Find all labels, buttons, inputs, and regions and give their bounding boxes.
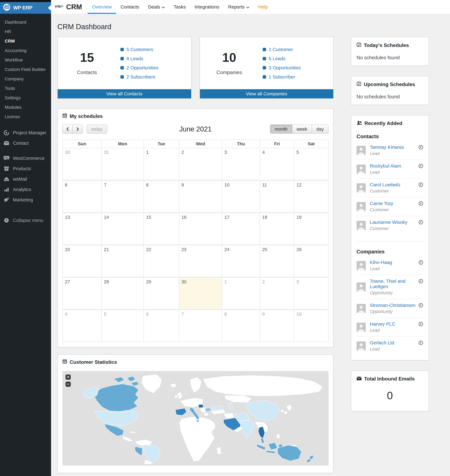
calendar-day-cell[interactable]: 5 <box>101 309 144 342</box>
calendar-day-cell[interactable]: 19 <box>294 213 328 245</box>
calendar-day-cell[interactable]: 1 <box>222 277 260 309</box>
country-philippines <box>276 434 280 439</box>
contact-name-link[interactable]: Carrie Torp <box>370 201 393 206</box>
calendar-day-cell[interactable]: 10 <box>222 180 260 213</box>
calendar-day-cell[interactable]: 13 <box>63 213 101 245</box>
calendar-today-cell[interactable]: 30 <box>179 277 222 309</box>
calendar-day-cell[interactable]: 4 <box>63 309 101 342</box>
contact-name-link[interactable]: Carol Lueilwitz <box>370 182 401 187</box>
company-name-link[interactable]: Gerlach Ltd <box>370 340 394 345</box>
sidebar-item-settings[interactable]: Settings <box>0 93 51 103</box>
tab-overview[interactable]: Overview <box>88 0 116 14</box>
legend-customers-link[interactable]: 1 Customer <box>263 47 333 52</box>
sidebar-item-analytics[interactable]: Analytics <box>0 184 51 195</box>
calendar-day-cell[interactable]: 16 <box>179 213 222 245</box>
contact-name-link[interactable]: Rockybul Alam <box>370 163 401 169</box>
calendar-day-cell[interactable]: 6 <box>144 309 179 342</box>
calendar-day-cell[interactable]: 23 <box>179 245 222 277</box>
calendar-day-cell[interactable]: 15 <box>144 213 179 245</box>
legend-leads-link[interactable]: 6 Leads <box>120 56 191 61</box>
legend-customers-link[interactable]: 5 Customers <box>120 47 191 52</box>
calendar-day-cell[interactable]: 26 <box>294 245 328 277</box>
calendar-day-cell[interactable]: 29 <box>144 277 179 309</box>
tab-tasks[interactable]: Tasks <box>169 0 190 14</box>
calendar-day-cell[interactable]: 7 <box>101 180 144 213</box>
sidebar-item-accounting[interactable]: Accounting <box>0 46 51 55</box>
calendar-next-button[interactable] <box>72 125 83 134</box>
calendar-day-cell[interactable]: 30 <box>63 148 101 180</box>
company-name-link[interactable]: Towne, Thiel and Luettgen <box>370 279 419 289</box>
sidebar-brand-wp-erp[interactable]: WP ERP <box>0 2 51 14</box>
calendar-day-cell[interactable]: 4 <box>260 148 294 180</box>
calendar-day-cell[interactable]: 17 <box>222 213 260 245</box>
calendar-day-cell[interactable]: 8 <box>144 180 179 213</box>
panel-title: My schedules <box>70 113 103 119</box>
sidebar-item-custom-field-builder[interactable]: Custom Field Builder <box>0 65 51 74</box>
calendar-day-cell[interactable]: 1 <box>144 148 179 180</box>
view-all-companies-button[interactable]: View all Companies <box>200 89 333 98</box>
world-map[interactable] <box>62 371 329 466</box>
calendar-day-cell[interactable]: 22 <box>144 245 179 277</box>
company-name-link[interactable]: Harvey PLC <box>370 321 395 327</box>
legend-leads-link[interactable]: 5 Leads <box>263 56 333 61</box>
legend-opportunities-link[interactable]: 3 Opportunities <box>263 65 333 71</box>
sidebar-item-woocommerce[interactable]: Woo WooCommerce <box>0 153 51 163</box>
calendar-day-cell[interactable]: 7 <box>179 309 222 342</box>
calendar-today-button[interactable]: today <box>87 125 107 134</box>
sidebar-item-crm[interactable]: CRM <box>0 36 51 46</box>
tab-deals[interactable]: Deals <box>144 0 169 14</box>
sidebar-item-license[interactable]: License <box>0 112 51 122</box>
calendar-day-cell[interactable]: 20 <box>63 245 101 277</box>
sidebar-item-workflow[interactable]: Workflow <box>0 55 51 65</box>
calendar-view-month-button[interactable]: month <box>270 125 292 134</box>
company-name-link[interactable]: Stroman-Christiansen <box>370 303 415 308</box>
calendar-day-cell[interactable]: 25 <box>260 245 294 277</box>
sidebar-item-contact[interactable]: Contact <box>0 138 51 148</box>
calendar-day-cell[interactable]: 5 <box>294 148 328 180</box>
calendar-day-cell[interactable]: 28 <box>101 277 144 309</box>
calendar-day-cell[interactable]: 9 <box>260 309 294 342</box>
calendar-day-cell[interactable]: 2 <box>179 148 222 180</box>
calendar-view-week-button[interactable]: week <box>292 125 312 134</box>
calendar-day-cell[interactable]: 31 <box>101 148 144 180</box>
calendar-day-cell[interactable]: 9 <box>179 180 222 213</box>
contact-name-link[interactable]: Tanmay Kirtania <box>370 144 404 150</box>
calendar-day-cell[interactable]: 3 <box>294 277 328 309</box>
sidebar-item-tools[interactable]: Tools <box>0 84 51 93</box>
sidebar-item-products[interactable]: Products <box>0 163 51 174</box>
calendar-day-cell[interactable]: 18 <box>260 213 294 245</box>
tab-contacts[interactable]: Contacts <box>116 0 143 14</box>
map-zoom-in-button[interactable]: + <box>65 375 71 380</box>
sidebar-item-marketing[interactable]: Marketing <box>0 195 51 205</box>
tab-reports[interactable]: Reports <box>224 0 254 14</box>
legend-subscribers-link[interactable]: 2 Subscribers <box>120 74 191 80</box>
calendar-day-cell[interactable]: 21 <box>101 245 144 277</box>
calendar-day-cell[interactable]: 8 <box>222 309 260 342</box>
sidebar-item-dashboard[interactable]: Dashboard <box>0 18 51 27</box>
sidebar-item-modules[interactable]: Modules <box>0 103 51 112</box>
tab-integrations[interactable]: Integrations <box>190 0 224 14</box>
contact-name-link[interactable]: Laurianne Wisoky <box>370 220 407 225</box>
calendar-view-day-button[interactable]: day <box>312 125 329 134</box>
calendar-day-cell[interactable]: 24 <box>222 245 260 277</box>
calendar-day-cell[interactable]: 27 <box>63 277 101 309</box>
calendar-day-cell[interactable]: 14 <box>101 213 144 245</box>
sidebar-item-company[interactable]: Company <box>0 74 51 84</box>
calendar-prev-button[interactable] <box>62 125 73 134</box>
company-name-link[interactable]: Kihn-Haag <box>370 260 392 265</box>
sidebar-item-project-manager[interactable]: Project Manager <box>0 127 51 138</box>
view-all-contacts-button[interactable]: View all Contacts <box>58 89 191 98</box>
calendar-day-cell[interactable]: 2 <box>260 277 294 309</box>
calendar-day-cell[interactable]: 6 <box>63 180 101 213</box>
sidebar-item-hr[interactable]: HR <box>0 27 51 36</box>
legend-opportunities-link[interactable]: 2 Opportunities <box>120 65 191 71</box>
calendar-day-cell[interactable]: 10 <box>294 309 328 342</box>
calendar-day-cell[interactable]: 11 <box>260 180 294 213</box>
sidebar-item-wemail[interactable]: weMail <box>0 174 51 184</box>
calendar-day-cell[interactable]: 12 <box>294 180 328 213</box>
legend-subscriber-link[interactable]: 1 Subscriber <box>263 74 333 80</box>
tab-help[interactable]: Help <box>254 0 272 14</box>
map-zoom-out-button[interactable]: − <box>65 381 71 387</box>
calendar-day-cell[interactable]: 3 <box>222 148 260 180</box>
collapse-menu-button[interactable]: Collapse menu <box>0 215 51 226</box>
